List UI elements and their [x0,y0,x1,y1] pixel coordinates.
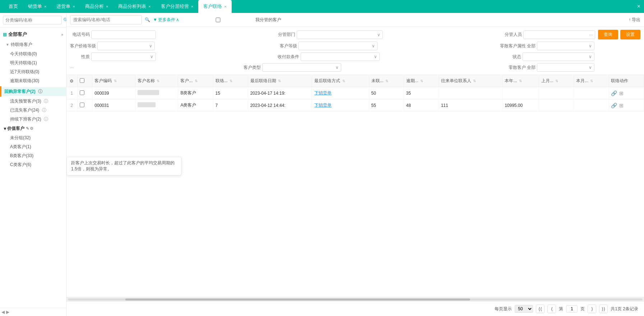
action-cell[interactable]: 🔗 ⊞ [608,99,644,112]
action-cell[interactable]: 🔗 ⊞ [608,87,644,99]
customer-grade-select[interactable]: ∨ [298,42,377,50]
horizontal-scrollbar[interactable] [66,297,644,301]
manager-select[interactable]: ··· [523,30,595,39]
info-icon[interactable]: ⓘ [42,108,46,113]
sort-icon[interactable]: ⇅ [278,79,281,83]
close-icon[interactable]: × [73,4,75,9]
close-icon[interactable]: × [224,4,226,9]
info-icon[interactable]: ⓘ [38,89,42,94]
edit-icon[interactable]: ✎ [26,126,29,131]
sort-icon[interactable]: ⇅ [519,79,522,83]
nav-sales[interactable]: 销货单 × [23,0,51,13]
sort-icon[interactable]: ⇅ [342,79,345,83]
my-customers-checkbox[interactable] [182,18,254,22]
sidebar-item-tomorrow[interactable]: 明天待联络(1) [0,58,66,67]
close-icon[interactable]: × [106,4,108,9]
phone-input[interactable] [91,30,156,39]
export-button[interactable]: ↑ 导出 [629,17,640,23]
sidebar-group-value-title[interactable]: ▼ 价值客户 ✎ ⚙ [0,124,66,133]
row-checkbox[interactable] [80,103,84,107]
next-page-button[interactable]: ⟩ [588,305,596,313]
nature-select[interactable]: ∨ [91,52,156,61]
sort-icon[interactable]: ⇅ [420,79,423,83]
sidebar-group-pending-title[interactable]: ▼ 待联络客户 [0,40,66,49]
info-icon[interactable]: ⓘ [44,99,48,104]
sort-icon[interactable]: ⇅ [230,79,232,83]
sort-icon[interactable]: ⇅ [385,79,388,83]
sidebar-collapse-right-icon[interactable]: ▶ [6,310,9,315]
select-all-checkbox[interactable] [80,78,84,83]
nav-customer-contact[interactable]: 客户联络 × [198,0,231,13]
sidebar-item-overdue[interactable]: 逾期未联络(30) [0,76,66,85]
last-page-button[interactable]: ⟩⟩ [599,305,608,313]
settings-icon[interactable]: ⚙ [30,126,33,131]
more-conditions-button[interactable]: ▼ 更多条件 ∧ [153,17,179,23]
contact-link-icon[interactable]: 🔗 [611,90,617,96]
sort-icon[interactable]: ⇅ [555,79,558,83]
chevron-down-icon: ∨ [372,43,375,48]
contact-method-link[interactable]: 下销货单 [314,90,332,95]
nav-customer-segment[interactable]: 客户分层经营 × [156,0,198,13]
first-page-button[interactable]: ⟨⟨ [536,305,545,313]
payment-select[interactable]: ∨ [301,52,380,61]
row-checkbox[interactable] [80,90,84,95]
nav-purchase[interactable]: 进货单 × [51,0,80,13]
nav-product-analysis[interactable]: 商品分析 × [80,0,113,13]
data-table-area[interactable]: ⚙ 客户编码 ⇅ 客户名称 ⇅ 客户... ⇅ [66,75,644,297]
contact-method-link[interactable]: 下销货单 [314,103,332,108]
retail-customer-select[interactable]: ∨ [537,63,594,72]
page-number-input[interactable] [566,305,578,312]
sidebar-item-declining[interactable]: 持续下滑客户(2) ⓘ [0,115,66,124]
settings-button[interactable]: 设置 [620,30,640,39]
search-input[interactable] [70,15,142,24]
sort-icon[interactable]: ⇅ [195,79,198,83]
info-icon[interactable]: ⓘ [44,117,48,122]
sidebar-item-abnormal-repurchase-row: 回购异常客户(2) ⓘ [0,86,66,97]
my-customers-checkbox-label[interactable]: 我分管的客户 [182,17,281,23]
customer-type-select[interactable]: ∨ [262,63,341,72]
close-icon[interactable]: × [44,4,46,9]
sort-icon[interactable]: ⇅ [590,79,593,83]
close-icon[interactable]: × [191,4,193,9]
status-select[interactable]: ∨ [523,52,594,61]
grid-action-icon[interactable]: ⊞ [619,90,624,96]
more-filter-icon[interactable]: ··· [70,65,74,70]
sidebar-collapse-left-icon[interactable]: ◀ [1,310,5,315]
sidebar-item-c-class[interactable]: C类客户(6) [0,160,66,169]
grid-action-icon[interactable]: ⊞ [619,103,624,108]
retail-attr-select[interactable]: ∨ [537,42,594,50]
dept-select[interactable]: ∨ [297,30,383,39]
sidebar-item-churn-warning[interactable]: 流失预警客户(3) ⓘ [0,97,66,106]
scroll-track[interactable] [68,298,643,301]
sidebar-search-input[interactable] [3,16,62,24]
sidebar-item-churned[interactable]: 已流失客户(24) ⓘ [0,106,66,115]
sidebar-item-abnormal-repurchase[interactable]: 回购异常客户(2) ⓘ [1,87,66,96]
scroll-thumb[interactable] [125,298,470,301]
row-checkbox-cell[interactable] [77,87,92,99]
per-page-select[interactable]: 50 20 100 [515,305,533,313]
sidebar-item-ungrouped[interactable]: 未分组(32) [0,133,66,142]
close-icon[interactable]: × [148,4,150,9]
sort-icon[interactable]: ⇅ [114,79,117,83]
window-close-button[interactable]: × [637,3,640,10]
table-settings-col[interactable]: ⚙ [66,75,77,87]
nav-home[interactable]: 首页 [4,0,23,13]
sort-icon[interactable]: ⇅ [473,79,476,83]
sidebar-item-today[interactable]: 今天待联络(0) [0,49,66,58]
sidebar-item-a-class[interactable]: A类客户(1) [0,142,66,151]
sort-icon[interactable]: ⇅ [157,79,159,83]
last-contact-method-cell[interactable]: 下销货单 [312,87,369,99]
contact-link-icon[interactable]: 🔗 [611,103,617,108]
sidebar-item-7days[interactable]: 近7天待联络(0) [0,67,66,76]
price-grade-select[interactable]: ∨ [97,42,155,50]
sidebar-item-b-class[interactable]: B类客户(33) [0,151,66,160]
nav-product-analysis-list[interactable]: 商品分析列表 × [113,0,156,13]
row-checkbox-cell[interactable] [77,99,92,112]
prev-page-button[interactable]: ⟨ [547,305,556,313]
sidebar-all-customers-title[interactable]: ⊞ 全部客户 » [0,29,66,40]
query-button[interactable]: 查询 [598,30,618,39]
table-checkbox-col[interactable] [77,75,92,87]
search-icon[interactable]: 🔍 [145,17,150,22]
last-contact-method-cell[interactable]: 下销货单 [312,99,369,112]
collapse-icon[interactable]: » [61,33,63,37]
